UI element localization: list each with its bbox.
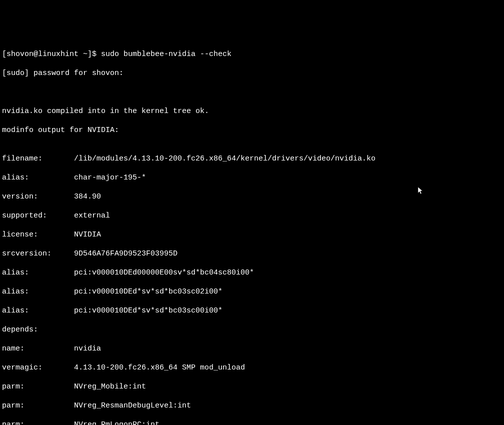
license-line: license: NVIDIA [2,230,502,240]
filename-line: filename: /lib/modules/4.13.10-200.fc26.… [2,154,502,164]
srcversion-line: srcversion: 9D546A76FA9D9523F03995D [2,249,502,258]
vermagic-line: vermagic: 4.13.10-200.fc26.x86_64 SMP mo… [2,363,502,372]
sudo-password-line: [sudo] password for shovon: [2,68,502,78]
alias-line: alias: pci:v000010DEd*sv*sd*bc03sc02i00* [2,287,502,296]
parm-line: parm: NVreg_RmLogonRC:int [2,420,502,425]
modinfo-header-line: modinfo output for NVIDIA: [2,126,502,135]
alias-line: alias: char-major-195-* [2,173,502,182]
version-line: version: 384.90 [2,192,502,202]
alias-line: alias: pci:v000010DEd*sv*sd*bc03sc00i00* [2,306,502,316]
depends-line: depends: [2,325,502,334]
parm-line: parm: NVreg_Mobile:int [2,382,502,392]
name-line: name: nvidia [2,344,502,354]
terminal-output[interactable]: [shovon@linuxhint ~]$ sudo bumblebee-nvi… [2,40,502,425]
supported-line: supported: external [2,211,502,220]
parm-line: parm: NVreg_ResmanDebugLevel:int [2,401,502,410]
alias-line: alias: pci:v000010DEd00000E00sv*sd*bc04s… [2,268,502,278]
compile-status-line: nvidia.ko compiled into in the kernel tr… [2,106,502,116]
prompt-command-line: [shovon@linuxhint ~]$ sudo bumblebee-nvi… [2,50,502,59]
